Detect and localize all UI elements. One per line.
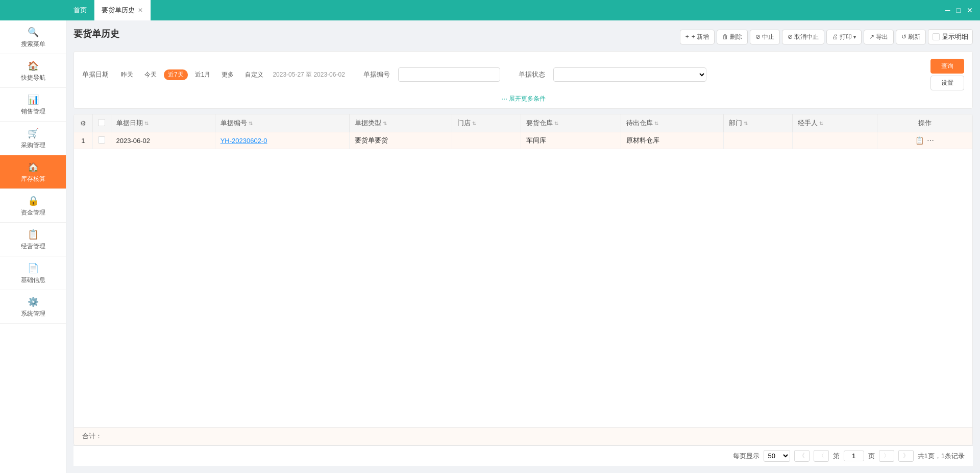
sidebar-item-system[interactable]: ⚙️ 系统管理 (0, 290, 66, 324)
td-checkbox[interactable] (92, 132, 111, 149)
td-req-warehouse: 车间库 (521, 132, 621, 149)
row-checkbox[interactable] (98, 136, 105, 144)
system-icon: ⚙️ (28, 296, 39, 308)
th-pending-warehouse[interactable]: 待出仓库⇅ (621, 114, 724, 132)
close-window-icon[interactable]: ✕ (967, 6, 973, 14)
stop-button[interactable]: ⊘ 中止 (750, 30, 780, 44)
th-checkbox[interactable] (92, 114, 111, 132)
sort-icon-store: ⇅ (472, 121, 476, 126)
filter-row-1: 单据日期 昨天 今天 近7天 近1月 更多 自定义 2023-05-27 至 2… (82, 59, 964, 90)
date-btn-today[interactable]: 今天 (140, 69, 161, 80)
row-more-icon[interactable]: ⋯ (927, 136, 934, 145)
expand-more-btn[interactable]: ⋯ 展开更多条件 (501, 94, 546, 103)
th-doc-no[interactable]: 单据编号⇅ (215, 114, 349, 132)
tab-requisition-history[interactable]: 要货单历史 ✕ (94, 0, 151, 20)
sort-icon-pending-warehouse: ⇅ (654, 121, 658, 126)
expand-icon: ⋯ (501, 96, 507, 103)
last-page-btn[interactable]: 》 (898, 450, 914, 462)
gear-icon[interactable]: ⚙ (80, 120, 86, 127)
th-store[interactable]: 门店⇅ (452, 114, 521, 132)
tab-home[interactable]: 首页 (66, 0, 94, 20)
display-detail-checkbox[interactable]: 显示明细 (928, 29, 973, 44)
row-edit-icon[interactable]: 📋 (915, 136, 924, 145)
table-container: ⚙ 单据日期⇅ 单据编号⇅ 单 (74, 114, 973, 445)
doc-no-label: 单据编号 (363, 70, 390, 79)
new-icon: + (685, 33, 689, 40)
next-page-btn[interactable]: 〉 (879, 450, 894, 462)
delete-button[interactable]: 🗑 删除 (717, 30, 748, 44)
print-icon: 🖨 (832, 33, 838, 40)
td-index: 1 (74, 132, 92, 149)
refresh-button[interactable]: ↺ 刷新 (896, 30, 926, 44)
cancel-stop-icon: ⊘ (788, 33, 793, 40)
main-layout: 🔍 搜索菜单 🏠 快捷导航 📊 销售管理 🛒 采购管理 🏠 库存核算 🔒 资金管… (0, 20, 980, 473)
new-button[interactable]: + + 新增 (680, 30, 715, 44)
first-page-btn[interactable]: 《 (794, 450, 810, 462)
content-area: 要货单历史 + + 新增 🗑 删除 ⊘ 中止 ⊘ 取消中止 (66, 20, 980, 473)
tab-close-icon[interactable]: ✕ (138, 7, 143, 14)
sidebar-item-finance[interactable]: 🔒 资金管理 (0, 189, 66, 223)
th-actions: 操作 (877, 114, 972, 132)
sort-icon-handler: ⇅ (819, 121, 823, 126)
sidebar-item-sales[interactable]: 📊 销售管理 (0, 88, 66, 122)
th-department[interactable]: 部门⇅ (723, 114, 792, 132)
page-input[interactable] (844, 451, 864, 461)
print-button[interactable]: 🖨 打印 ▾ (826, 30, 862, 44)
export-button[interactable]: ↗ 导出 (864, 30, 894, 44)
print-dropdown-icon: ▾ (853, 34, 856, 40)
th-gear[interactable]: ⚙ (74, 114, 92, 132)
td-doc-no[interactable]: YH-20230602-0 (215, 132, 349, 149)
sidebar-item-inventory[interactable]: 🏠 库存核算 (0, 155, 66, 189)
inventory-icon: 🏠 (28, 161, 39, 173)
export-icon: ↗ (869, 33, 874, 40)
date-range-display: 2023-05-27 至 2023-06-02 (273, 70, 345, 79)
display-detail-checkbox-icon (933, 33, 940, 40)
delete-icon: 🗑 (722, 33, 728, 40)
data-table: ⚙ 单据日期⇅ 单据编号⇅ 单 (74, 114, 972, 149)
sidebar-item-purchase[interactable]: 🛒 采购管理 (0, 122, 66, 155)
top-nav: 首页 要货单历史 ✕ ─ □ ✕ (0, 0, 980, 20)
search-menu-icon: 🔍 (28, 27, 39, 38)
cancel-stop-button[interactable]: ⊘ 取消中止 (782, 30, 824, 44)
select-all-checkbox[interactable] (98, 119, 105, 126)
td-store (452, 132, 521, 149)
sidebar-item-quick-nav[interactable]: 🏠 快捷导航 (0, 54, 66, 88)
doc-no-input[interactable] (398, 67, 500, 82)
doc-status-label: 单据状态 (519, 70, 545, 79)
stop-icon: ⊘ (755, 33, 761, 40)
minimize-icon[interactable]: ─ (945, 6, 950, 14)
sort-icon-department: ⇅ (744, 121, 748, 126)
date-btn-custom[interactable]: 自定义 (241, 69, 267, 80)
table-row[interactable]: 1 2023-06-02 YH-20230602-0 要货单要货 车间库 原材料… (74, 132, 972, 149)
query-button[interactable]: 查询 (930, 59, 964, 74)
td-doc-date: 2023-06-02 (111, 132, 215, 149)
toolbar: + + 新增 🗑 删除 ⊘ 中止 ⊘ 取消中止 🖨 打印 (680, 29, 973, 44)
sidebar-item-search-menu[interactable]: 🔍 搜索菜单 (0, 20, 66, 54)
th-req-warehouse[interactable]: 要货仓库⇅ (521, 114, 621, 132)
operations-icon: 📋 (28, 229, 39, 240)
finance-icon: 🔒 (28, 195, 39, 206)
prev-page-btn[interactable]: 〈 (814, 450, 829, 462)
date-btn-yesterday[interactable]: 昨天 (117, 69, 137, 80)
td-department (723, 132, 792, 149)
home-icon: 🏠 (28, 60, 39, 72)
settings-button[interactable]: 设置 (930, 76, 964, 90)
sidebar-item-operations[interactable]: 📋 经营管理 (0, 223, 66, 256)
doc-status-select[interactable] (553, 67, 706, 82)
th-doc-date[interactable]: 单据日期⇅ (111, 114, 215, 132)
maximize-icon[interactable]: □ (957, 6, 961, 14)
date-options: 昨天 今天 近7天 近1月 更多 自定义 2023-05-27 至 2023-0… (117, 69, 345, 80)
doc-no-link[interactable]: YH-20230602-0 (220, 137, 267, 145)
sidebar-item-basicinfo[interactable]: 📄 基础信息 (0, 256, 66, 290)
per-page-select[interactable]: 50 10 20 100 (764, 450, 790, 462)
th-doc-type[interactable]: 单据类型⇅ (349, 114, 452, 132)
page-title: 要货单历史 (74, 28, 119, 40)
date-btn-1month[interactable]: 近1月 (191, 69, 215, 80)
date-filter-label: 单据日期 (82, 70, 109, 79)
date-btn-7days[interactable]: 近7天 (164, 69, 188, 80)
basicinfo-icon: 📄 (28, 263, 39, 274)
th-handler[interactable]: 经手人⇅ (793, 114, 877, 132)
date-btn-more[interactable]: 更多 (217, 69, 238, 80)
td-handler (793, 132, 877, 149)
sidebar: 🔍 搜索菜单 🏠 快捷导航 📊 销售管理 🛒 采购管理 🏠 库存核算 🔒 资金管… (0, 20, 66, 473)
